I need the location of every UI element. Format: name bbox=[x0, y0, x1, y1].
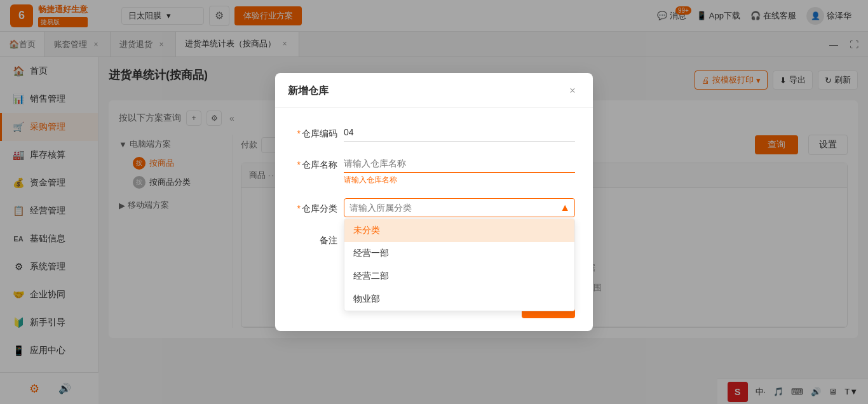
form-row-name: 仓库名称 请输入仓库名称 bbox=[293, 154, 575, 185]
dropdown-item-dept2[interactable]: 经营二部 bbox=[344, 265, 574, 288]
warehouse-name-input[interactable] bbox=[344, 154, 575, 173]
warehouse-category-input[interactable] bbox=[344, 198, 575, 217]
dropdown-item-property[interactable]: 物业部 bbox=[344, 288, 574, 311]
add-warehouse-modal: 新增仓库 × 仓库编码 仓库名称 请输入仓库名称 仓库分类 bbox=[275, 73, 593, 331]
modal-overlay: 新增仓库 × 仓库编码 仓库名称 请输入仓库名称 仓库分类 bbox=[0, 0, 868, 404]
modal-title: 新增仓库 bbox=[288, 84, 329, 98]
form-name-control: 请输入仓库名称 bbox=[344, 154, 575, 185]
modal-close-btn[interactable]: × bbox=[565, 83, 580, 98]
form-code-control bbox=[344, 123, 575, 142]
modal-header: 新增仓库 × bbox=[275, 73, 593, 108]
form-code-label: 仓库编码 bbox=[293, 123, 344, 140]
form-row-code: 仓库编码 bbox=[293, 123, 575, 142]
warehouse-code-input[interactable] bbox=[344, 123, 575, 142]
dropdown-item-uncategorized[interactable]: 未分类 bbox=[344, 219, 574, 242]
form-name-label: 仓库名称 bbox=[293, 154, 344, 171]
form-category-label: 仓库分类 bbox=[293, 198, 344, 215]
dropdown-toggle-icon[interactable]: ▲ bbox=[560, 202, 570, 213]
category-dropdown: 未分类 经营一部 经营二部 物业部 bbox=[344, 219, 575, 311]
form-row-category: 仓库分类 ▲ 未分类 经营一部 经营二部 物业部 bbox=[293, 198, 575, 217]
form-category-control: ▲ 未分类 经营一部 经营二部 物业部 bbox=[344, 198, 575, 217]
name-error-message: 请输入仓库名称 bbox=[344, 175, 575, 185]
dropdown-item-dept1[interactable]: 经营一部 bbox=[344, 242, 574, 265]
modal-body: 仓库编码 仓库名称 请输入仓库名称 仓库分类 ▲ bbox=[275, 108, 593, 289]
form-remark-label: 备注 bbox=[293, 230, 344, 246]
